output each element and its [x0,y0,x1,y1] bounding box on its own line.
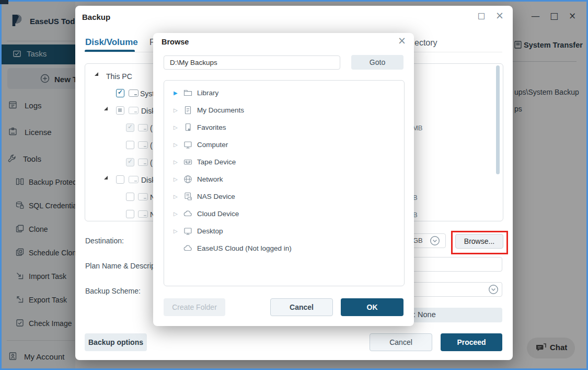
chevron-down-icon[interactable] [488,284,499,295]
backup-options-button[interactable]: Backup options [85,333,147,351]
disk-icon [138,124,148,131]
path-input-wrap [164,55,340,70]
tree-item-label: Cloud Device [197,207,239,221]
disk-icon [138,159,148,166]
proceed-button[interactable]: Proceed [441,333,502,351]
checkbox-unchecked[interactable] [126,210,134,218]
checkbox-checked[interactable] [116,89,124,97]
tree-item-cloud-device[interactable]: ▷ Cloud Device [165,207,402,221]
destination-size-fragment: GB [413,237,423,244]
location-tree-panel: ▶ Library ▷ My Documents ▷ Favorites ▷ C… [164,80,405,286]
create-folder-button[interactable]: Create Folder [164,298,225,316]
tree-item-tape-device[interactable]: ▷ Tape Device [165,155,402,169]
expander-filled-icon[interactable]: ▶ [174,86,178,100]
checkbox-partial[interactable] [116,106,124,115]
dialog-close-icon[interactable]: × [495,11,504,20]
browse-dialog-title: Browse [162,38,189,46]
ok-button[interactable]: OK [341,298,403,316]
disk-icon [129,107,139,114]
tab-directory-fragment[interactable]: ectory [414,38,437,48]
tree-item-label: Network [197,173,223,186]
disk-icon [129,176,139,183]
tree-node-partition-fragment[interactable]: ( [150,159,153,167]
tree-item-label: Computer [197,138,228,152]
destination-label: Destination: [85,237,124,245]
tree-node-partition-fragment[interactable]: ( [150,124,153,132]
goto-button[interactable]: Goto [351,55,403,70]
disk-icon [138,141,148,149]
expander-icon[interactable] [95,72,98,76]
screen-corner-mark [0,0,8,4]
backup-scheme-label: Backup Scheme: [85,287,141,295]
tree-item-my-documents[interactable]: ▷ My Documents [165,104,402,117]
chevron-down-icon[interactable] [430,236,440,246]
path-input[interactable] [164,56,340,69]
checkbox-checked-gray[interactable] [126,124,134,132]
tree-item-label: Desktop [197,225,223,238]
tree-item-nas-device[interactable]: ▷ NAS Device [165,190,402,204]
tree-item-label: Tape Device [197,155,236,169]
screen: EaseUS Todo Tasks New T Logs License [0,0,588,370]
cloud-icon [183,209,192,218]
cancel-button[interactable]: Cancel [270,298,333,316]
nas-icon [183,192,192,201]
dialog-maximize-button[interactable]: □ [478,11,485,20]
tree-item-library[interactable]: ▶ Library [165,86,402,100]
highlight-box [451,231,508,254]
tree-item-label: My Documents [197,104,244,117]
disk-icon [138,210,148,218]
expander-outline-icon[interactable]: ▷ [174,104,178,117]
expander-icon[interactable] [104,176,108,180]
backup-dialog-title: Backup [82,13,110,21]
plan-name-label: Plan Name & Descrip [85,262,155,270]
document-icon [183,106,192,115]
expander-outline-icon[interactable]: ▷ [174,190,178,204]
tab-disk-volume[interactable]: Disk/Volume [85,37,138,48]
expander-outline-icon[interactable]: ▷ [174,121,178,134]
globe-icon [183,175,192,184]
tape-icon [183,158,192,166]
browse-dialog: Browse × Goto ▶ Library ▷ My Documents ▷… [153,33,414,326]
tree-item-favorites[interactable]: ▷ Favorites [165,121,402,134]
tree-item-label: Library [197,86,218,100]
disk-icon [129,89,139,97]
expander-outline-icon[interactable]: ▷ [174,173,178,186]
checkbox-unchecked[interactable] [126,141,134,149]
expander-outline-icon[interactable]: ▷ [174,207,178,221]
cloud-icon [183,244,192,253]
tree-node-system-fragment[interactable]: Syst [140,89,154,98]
tree-item-easeus-cloud[interactable]: EaseUS Cloud (Not logged in) [165,242,402,255]
cancel-button[interactable]: Cancel [370,333,432,351]
tree-item-label: NAS Device [197,190,235,204]
none-fragment: : None [413,310,436,319]
checkbox-unchecked[interactable] [126,193,134,201]
expander-outline-icon[interactable]: ▷ [174,155,178,169]
tree-node-partition-fragment[interactable]: ( [150,141,153,150]
tree-item-label: EaseUS Cloud (Not logged in) [197,242,292,255]
checkbox-checked-gray[interactable] [126,158,134,166]
folder-icon [183,88,192,97]
tree-item-network[interactable]: ▷ Network [165,173,402,186]
checkbox-unchecked[interactable] [116,175,124,184]
expander-outline-icon[interactable]: ▷ [174,138,178,152]
favorites-icon [183,123,192,132]
tree-item-label: Favorites [197,121,226,134]
tree-node-this-pc[interactable]: This PC [106,72,132,81]
tree-item-desktop[interactable]: ▷ Desktop [165,225,402,238]
computer-icon [183,140,192,149]
monitor-icon [183,227,192,236]
disk-icon [138,193,148,200]
close-icon[interactable]: × [398,36,406,45]
expander-icon[interactable] [104,107,108,110]
tree-item-computer[interactable]: ▷ Computer [165,138,402,152]
expander-outline-icon[interactable]: ▷ [174,225,178,238]
tree-scrollbar[interactable] [496,65,500,174]
